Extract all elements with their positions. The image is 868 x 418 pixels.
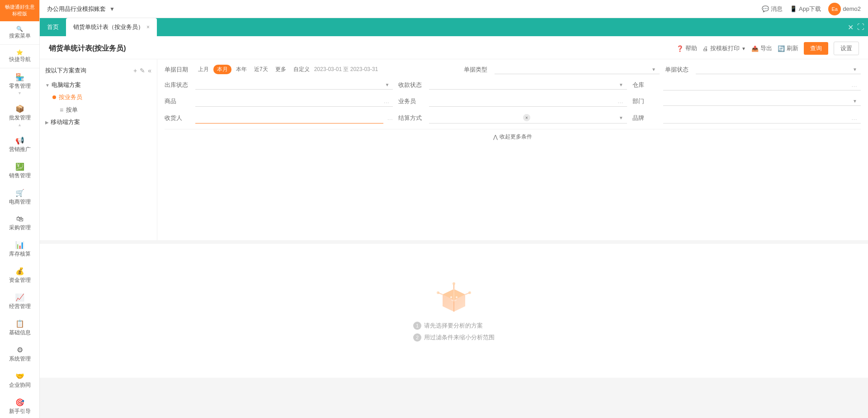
filter-item-doctype: 单据类型 ▼	[464, 65, 660, 74]
wholesale-icon: 📦	[15, 104, 24, 113]
edit-scheme-icon[interactable]: ✎	[140, 67, 145, 74]
app-download-action[interactable]: 📱 App下载	[790, 5, 821, 13]
filter-row-3: 商品 … 业务员 …	[165, 96, 861, 107]
tab-expand[interactable]: ⛶	[857, 23, 864, 31]
date-tab-thisyear[interactable]: 本年	[233, 65, 250, 74]
purchase-icon: 🛍	[16, 215, 24, 223]
sidebar-item-marketing[interactable]: 📢 营销推广	[0, 132, 39, 158]
sidebar-item-finance[interactable]: 💰 资金管理	[0, 262, 39, 289]
outstatus-arrow: ▼	[385, 82, 389, 87]
sidebar-item-ecommerce[interactable]: 🛒 电商管理	[0, 184, 39, 210]
sidebar-item-retail[interactable]: 🏪 零售管理 ▼	[0, 68, 39, 100]
date-tab-7days[interactable]: 近7天	[251, 65, 271, 74]
user-name: demo2	[843, 5, 861, 12]
filter-tree: ▼ 电脑端方案 按业务员 ≡ 按单	[40, 77, 157, 130]
outstatus-select[interactable]: ▼	[195, 81, 393, 90]
filter-sidebar: 按以下方案查询 + ✎ « ▼ 电脑端方案	[40, 59, 157, 240]
doctype-label: 单据类型	[464, 66, 491, 74]
tree-arrow-mobile: ▶	[45, 120, 49, 125]
purchase-label: 采购管理	[9, 224, 31, 232]
tab-home[interactable]: 首页	[40, 18, 66, 36]
tree-item-salesman[interactable]: 按业务员	[40, 91, 157, 104]
tree-subitem-order[interactable]: ≡ 按单	[40, 104, 157, 116]
message-action[interactable]: 💬 消息	[762, 5, 783, 13]
date-tab-custom[interactable]: 自定义	[291, 65, 312, 74]
enterprise-icon: 🤝	[15, 372, 24, 380]
tree-group-pc-header[interactable]: ▼ 电脑端方案	[40, 79, 157, 91]
department-select[interactable]: ▼	[663, 97, 861, 106]
sidebar-item-purchase[interactable]: 🛍 采购管理	[0, 210, 39, 236]
date-tab-more[interactable]: 更多	[273, 65, 289, 74]
goods-select[interactable]: …	[195, 96, 393, 107]
collapse-sidebar-icon[interactable]: «	[148, 67, 151, 74]
home-tab-label: 首页	[47, 23, 59, 31]
tree-arrow-pc: ▼	[45, 83, 50, 88]
receiptstatus-arrow: ▼	[619, 82, 623, 87]
receiptstatus-select[interactable]: ▼	[429, 81, 627, 90]
tab-active[interactable]: 销货单统计表（按业务员） ×	[66, 18, 157, 36]
receiver-label: 收货人	[165, 114, 192, 122]
add-scheme-icon[interactable]: +	[133, 67, 137, 74]
help-button[interactable]: ❓ 帮助	[676, 44, 697, 52]
date-label: 单据日期	[165, 66, 192, 74]
filter-item-date: 单据日期 上月 本月 本年 近7天 更多 自定义 2023-03-01 至 20…	[165, 65, 458, 74]
sidebar-item-business[interactable]: 📈 经营管理	[0, 289, 39, 315]
refresh-button[interactable]: 🔄 刷新	[778, 44, 798, 52]
filter-item-settlement: 结算方式 × ▼	[398, 112, 627, 124]
sidebar-item-newguide[interactable]: 🎯 新手引导	[0, 394, 39, 418]
docstatus-select[interactable]: ▼	[696, 65, 861, 74]
filter-item-salesman: 业务员 …	[398, 96, 627, 107]
doctype-select[interactable]: ▼	[495, 65, 660, 74]
query-button[interactable]: 查询	[804, 42, 828, 55]
collapse-up-icon: ⋀	[493, 134, 498, 140]
search-label: 搜索菜单	[2, 32, 38, 40]
date-tab-thismonth[interactable]: 本月	[213, 65, 231, 74]
salesman-select[interactable]: …	[429, 96, 627, 107]
filter-row-2: 出库状态 ▼ 收款状态 ▼	[165, 80, 861, 90]
sidebar-item-enterprise[interactable]: 🤝 企业协同	[0, 367, 39, 394]
receiptstatus-label: 收款状态	[398, 81, 425, 89]
print-button[interactable]: 🖨 按模板打印 ▼	[703, 44, 746, 52]
tree-group-mobile-header[interactable]: ▶ 移动端方案	[40, 116, 157, 128]
doctype-arrow: ▼	[651, 67, 656, 72]
settlement-label: 结算方式	[398, 114, 425, 122]
quicknav-label: 快捷导航	[2, 56, 38, 63]
collapse-button[interactable]: ⋀ 收起更多条件	[493, 133, 532, 141]
filter-item-department: 部门 ▼	[632, 97, 861, 106]
date-tab-lastmonth[interactable]: 上月	[195, 65, 212, 74]
company-dropdown[interactable]: ▼	[109, 6, 115, 12]
refresh-label: 刷新	[787, 44, 798, 52]
settlement-select[interactable]: × ▼	[429, 112, 627, 124]
warehouse-select[interactable]: …	[663, 80, 861, 90]
topbar-right: 💬 消息 📱 App下载 Ea demo2	[762, 3, 861, 15]
page-title: 销货单统计表(按业务员)	[49, 44, 126, 53]
outstatus-label: 出库状态	[165, 81, 192, 89]
export-button[interactable]: 📤 导出	[751, 44, 772, 52]
tab-close-icon[interactable]: ×	[146, 24, 150, 30]
filter-item-warehouse: 仓库 …	[632, 80, 861, 90]
user-profile[interactable]: Ea demo2	[828, 3, 861, 15]
active-dot	[52, 95, 56, 99]
brand-select[interactable]: …	[663, 113, 861, 124]
sidebar-item-wholesale[interactable]: 📦 批发管理 ▲	[0, 100, 39, 132]
sidebar-quicknav[interactable]: ⭐ 快捷导航	[0, 45, 39, 68]
sidebar-item-system[interactable]: ⚙ 系统管理	[0, 341, 39, 367]
tab-close-window[interactable]: ✕	[848, 23, 854, 32]
receiver-input[interactable]	[195, 113, 383, 124]
sidebar-item-baseinfo[interactable]: 📋 基础信息	[0, 315, 39, 341]
page-header: 销货单统计表(按业务员) ❓ 帮助 🖨 按模板打印 ▼ 📤 导出	[40, 36, 868, 59]
filter-area: 按以下方案查询 + ✎ « ▼ 电脑端方案	[40, 59, 868, 240]
empty-tip-1: 1 请先选择要分析的方案	[413, 322, 495, 330]
filter-row-1: 单据日期 上月 本月 本年 近7天 更多 自定义 2023-03-01 至 20…	[165, 65, 861, 74]
logo-text: 畅捷通好生意 标橙版	[2, 4, 38, 18]
tip1-num: 1	[413, 322, 421, 330]
goods-dots: …	[383, 98, 389, 104]
tip2-text: 用过滤条件来缩小分析范围	[424, 333, 495, 342]
settlement-tag-close[interactable]: ×	[523, 114, 530, 121]
settings-button[interactable]: 设置	[834, 42, 859, 55]
filter-item-outstatus: 出库状态 ▼	[165, 81, 393, 90]
sidebar-search[interactable]: 🔍 搜索菜单	[0, 21, 39, 45]
sidebar-logo[interactable]: 畅捷通好生意 标橙版	[0, 0, 39, 21]
sidebar-item-sales[interactable]: 💹 销售管理	[0, 158, 39, 184]
sidebar-item-inventory[interactable]: 📊 库存核算	[0, 236, 39, 262]
